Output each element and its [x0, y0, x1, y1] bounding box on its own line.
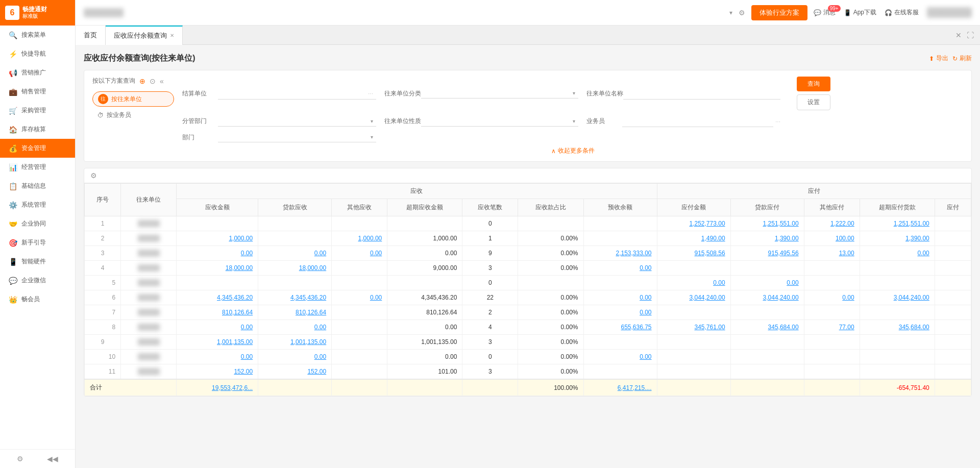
settlement-unit-label: 结算单位: [182, 89, 218, 98]
sidebar-item-enterprise[interactable]: 🤝 企业协同: [0, 214, 75, 233]
collapse-label: 收起更多条件: [558, 146, 595, 155]
message-btn[interactable]: 💬 消息 99+: [814, 8, 836, 17]
sidebar-item-finance[interactable]: 💰 资金管理: [0, 139, 75, 158]
salesperson-input[interactable]: [622, 115, 773, 127]
inventory-icon: 🏠: [8, 126, 17, 134]
salesperson-dots[interactable]: ···: [775, 118, 780, 125]
sidebar-item-purchase[interactable]: 🛒 采购管理: [0, 101, 75, 120]
sidebar-item-search[interactable]: 🔍 搜索菜单: [0, 26, 75, 44]
total-loan-payable: [730, 379, 804, 396]
dept-chevron-icon: ▾: [371, 134, 373, 140]
sidebar-item-sales[interactable]: 💼 销售管理: [0, 82, 75, 101]
sidebar-item-label: 库存核算: [21, 125, 46, 134]
sidebar-item-vip[interactable]: 👑 畅会员: [0, 290, 75, 309]
dept-select[interactable]: ▾: [218, 132, 376, 142]
total-payable-amount: [657, 379, 730, 396]
app-download-btn[interactable]: 📱 App下载: [844, 8, 876, 17]
quicknav-icon: ⚡: [8, 50, 17, 58]
table-row: 10____0.000.000.0000.00%0.00: [85, 350, 971, 364]
sidebar: 6 畅捷通财 标准版 🔍 搜索菜单 ⚡ 快捷导航 📢 营销推广 💼 销售管理 🛒…: [0, 0, 76, 468]
sales-icon: 💼: [8, 88, 17, 96]
sidebar-item-wechat[interactable]: 💬 企业微信: [0, 271, 75, 290]
partner-nature-select[interactable]: ▾: [421, 116, 578, 127]
scheme-partner-label: 按往来单位: [111, 95, 142, 104]
refresh-icon: ↻: [952, 55, 958, 62]
topbar: 资金管理路径 ▾ ⚙ 体验行业方案 💬 消息 99+ 📱 App下载 🎧 在线客…: [76, 0, 980, 26]
tab-home[interactable]: 首页: [76, 26, 106, 45]
download-icon: 📱: [844, 9, 851, 16]
tab-expand-icon[interactable]: ⛶: [967, 31, 974, 39]
collapse-more-btn[interactable]: ∧ 收起更多条件: [182, 146, 963, 155]
total-other-payable: [804, 379, 860, 396]
filter-action-buttons: 查询 设置: [797, 77, 830, 110]
export-label: 导出: [936, 54, 948, 63]
app-logo: 6 畅捷通财 标准版: [0, 0, 75, 26]
settlement-unit-input[interactable]: ···: [218, 88, 376, 100]
refresh-button[interactable]: ↻ 刷新: [952, 54, 972, 63]
col-rownum: 序号: [85, 184, 121, 216]
filter-left-collapse-icon[interactable]: «: [160, 77, 164, 85]
col-prepaid-balance: 预收余额: [583, 199, 657, 216]
table-settings-icon[interactable]: ⚙: [90, 171, 97, 180]
sidebar-item-hardware[interactable]: 📱 智能硬件: [0, 252, 75, 271]
col-payable-extra: [935, 231, 971, 246]
promo-button[interactable]: 体验行业方案: [751, 5, 807, 20]
table-row: 8____0.000.000.0040.00%655,636.75345,761…: [85, 320, 971, 335]
col-other-receivable: 其他应收: [332, 199, 387, 216]
partner-nature-chevron-icon: ▾: [573, 118, 575, 124]
filter-area: 按以下方案查询 ⊕ ⊙ « 往 按往来单位 ⏱ 按业务员: [84, 70, 972, 162]
sidebar-item-label: 销售管理: [21, 87, 46, 96]
settings-gear-icon[interactable]: ⚙: [739, 9, 745, 17]
sidebar-item-system[interactable]: ⚙️ 系统管理: [0, 195, 75, 214]
filter-schemes: 按以下方案查询 ⊕ ⊙ « 往 按往来单位 ⏱ 按业务员: [92, 77, 174, 121]
refresh-label: 刷新: [960, 54, 972, 63]
total-prepaid-balance[interactable]: 6,417,215....: [583, 379, 657, 396]
filter-add-icon[interactable]: ⊕: [139, 77, 145, 85]
setting-button[interactable]: 设置: [797, 94, 830, 110]
sidebar-item-label: 企业微信: [21, 276, 46, 285]
tab-close-window-icon[interactable]: ✕: [955, 31, 962, 39]
settlement-unit-dots[interactable]: ···: [368, 90, 373, 97]
search-icon: 🔍: [8, 31, 17, 39]
export-button[interactable]: ⬆ 导出: [929, 54, 948, 63]
filter-dept: 部门 ▾: [182, 132, 376, 142]
sidebar-item-management[interactable]: 📊 经营管理: [0, 158, 75, 177]
sidebar-item-marketing[interactable]: 📢 营销推广: [0, 63, 75, 82]
service-icon: 🎧: [885, 9, 892, 16]
scheme-by-salesperson[interactable]: ⏱ 按业务员: [92, 109, 174, 121]
filter-label: 按以下方案查询: [92, 77, 135, 85]
col-other-payable: 其他应付: [804, 199, 860, 216]
col-loan-payable: 贷款应付: [730, 199, 804, 216]
col-partner: 往来单位: [121, 184, 177, 216]
sidebar-item-quicknav[interactable]: ⚡ 快捷导航: [0, 44, 75, 63]
page-header-actions: ⬆ 导出 ↻ 刷新: [929, 54, 972, 63]
total-receivable-amount[interactable]: 19,553,472,6...: [177, 379, 258, 396]
partner-name-input[interactable]: [623, 88, 780, 100]
col-payable: 应付: [935, 199, 971, 216]
table-row: 3____0.000.000.000.0090.00%2,153,333.009…: [85, 246, 971, 261]
sidebar-settings-btn[interactable]: ⚙: [17, 455, 23, 463]
total-receivable-count: [462, 379, 518, 396]
tab-query[interactable]: 应收应付余额查询 ✕: [106, 26, 183, 45]
sidebar-item-basicinfo[interactable]: 📋 基础信息: [0, 177, 75, 195]
export-icon: ⬆: [929, 55, 934, 62]
total-overdue-receivable: [387, 379, 462, 396]
page-title: 应收应付余额查询(按往来单位): [84, 53, 195, 64]
dept-manager-select[interactable]: ▾: [218, 116, 376, 127]
sidebar-item-inventory[interactable]: 🏠 库存核算: [0, 120, 75, 139]
user-info[interactable]: 用户名称信息: [927, 7, 972, 18]
breadcrumb-chevron-icon[interactable]: ▾: [729, 9, 732, 16]
tab-close-icon[interactable]: ✕: [170, 33, 174, 38]
col-payable-extra: [935, 290, 971, 305]
sidebar-collapse-btn[interactable]: ◀◀: [47, 455, 58, 463]
table-row: 11____152.00152.00101.0030.00%: [85, 364, 971, 380]
partner-category-label: 往来单位分类: [384, 89, 421, 98]
partner-category-select[interactable]: ▾: [421, 88, 578, 98]
filter-row-3: 部门 ▾: [182, 132, 963, 142]
total-row: 合计 19,553,472,6... 100.00% 6,417,215....: [85, 379, 971, 396]
scheme-by-partner[interactable]: 往 按往来单位: [92, 91, 174, 107]
online-service-btn[interactable]: 🎧 在线客服: [885, 8, 919, 17]
sidebar-item-guide[interactable]: 🎯 新手引导: [0, 233, 75, 252]
query-button[interactable]: 查询: [797, 77, 830, 91]
filter-scheme-icon[interactable]: ⊙: [150, 77, 156, 85]
